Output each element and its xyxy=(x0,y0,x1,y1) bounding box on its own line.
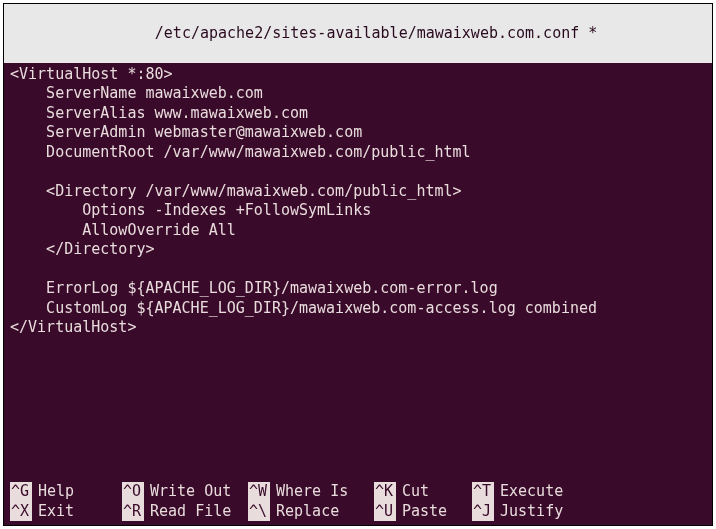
shortcut-key-justify[interactable]: ^J xyxy=(472,502,494,522)
file-path: /etc/apache2/sites-available/mawaixweb.c… xyxy=(155,24,598,42)
shortcut-bar: ^G Help ^O Write Out ^W Where Is ^K Cut … xyxy=(4,480,712,525)
file-line: </Directory> xyxy=(10,240,155,258)
file-line: ServerAlias www.mawaixweb.com xyxy=(10,104,308,122)
shortcut-desc-whereis: Where Is xyxy=(270,482,374,502)
file-line: CustomLog ${APACHE_LOG_DIR}/mawaixweb.co… xyxy=(10,299,597,317)
shortcut-key-paste[interactable]: ^U xyxy=(374,502,396,522)
file-line: </VirtualHost> xyxy=(10,318,136,336)
shortcut-key-exit[interactable]: ^X xyxy=(10,502,32,522)
shortcut-desc-writeout: Write Out xyxy=(144,482,248,502)
shortcut-key-readfile[interactable]: ^R xyxy=(122,502,144,522)
editor-content[interactable]: <VirtualHost *:80> ServerName mawaixweb.… xyxy=(4,63,712,481)
file-line: ErrorLog ${APACHE_LOG_DIR}/mawaixweb.com… xyxy=(10,279,498,297)
terminal-window: /etc/apache2/sites-available/mawaixweb.c… xyxy=(3,3,713,526)
file-line: Options -Indexes +FollowSymLinks xyxy=(10,201,371,219)
shortcut-key-whereis[interactable]: ^W xyxy=(248,482,270,502)
shortcut-desc-exit: Exit xyxy=(32,502,122,522)
file-line: <Directory /var/www/mawaixweb.com/public… xyxy=(10,182,462,200)
shortcut-desc-cut: Cut xyxy=(396,482,472,502)
shortcut-key-help[interactable]: ^G xyxy=(10,482,32,502)
file-line: <VirtualHost *:80> xyxy=(10,65,173,83)
shortcut-key-writeout[interactable]: ^O xyxy=(122,482,144,502)
titlebar: /etc/apache2/sites-available/mawaixweb.c… xyxy=(4,4,712,63)
file-line: ServerName mawaixweb.com xyxy=(10,84,263,102)
shortcut-desc-replace: Replace xyxy=(270,502,374,522)
shortcut-desc-paste: Paste xyxy=(396,502,472,522)
file-line: DocumentRoot /var/www/mawaixweb.com/publ… xyxy=(10,143,471,161)
shortcut-desc-readfile: Read File xyxy=(144,502,248,522)
file-line: AllowOverride All xyxy=(10,221,236,239)
shortcut-desc-execute: Execute xyxy=(494,482,574,502)
shortcut-key-execute[interactable]: ^T xyxy=(472,482,494,502)
shortcut-desc-help: Help xyxy=(32,482,122,502)
shortcut-desc-justify: Justify xyxy=(494,502,574,522)
file-line: ServerAdmin webmaster@mawaixweb.com xyxy=(10,123,362,141)
shortcut-key-cut[interactable]: ^K xyxy=(374,482,396,502)
shortcut-key-replace[interactable]: ^\ xyxy=(248,502,270,522)
